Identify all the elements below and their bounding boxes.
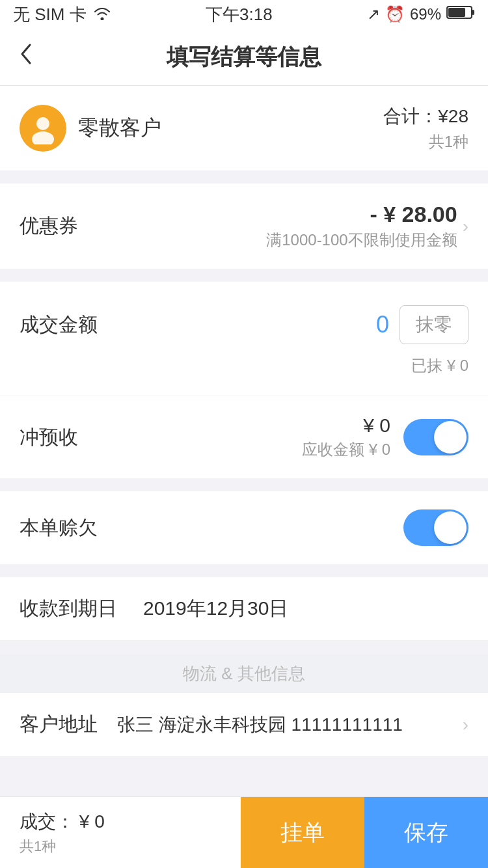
bottom-bar: 成交： ¥ 0 共1种 挂单 保存 <box>0 796 488 868</box>
avatar <box>20 105 66 152</box>
main-content: 零散客户 合计：¥28 共1种 优惠券 - ¥ 28.00 满1000-100不… <box>0 86 488 847</box>
precollect-right: ¥ 0 应收金额 ¥ 0 <box>302 414 468 460</box>
svg-rect-2 <box>448 8 465 17</box>
location-icon: ↗ <box>367 5 380 23</box>
battery-icon <box>446 5 475 23</box>
precollect-sub: 应收金额 ¥ 0 <box>302 439 390 460</box>
status-bar: 无 SIM 卡 下午3:18 ↗ ⏰ 69% <box>0 0 488 29</box>
total-count: 共1种 <box>383 131 468 152</box>
precollect-row: 冲预收 ¥ 0 应收金额 ¥ 0 <box>0 396 488 478</box>
bottom-info: 成交： ¥ 0 共1种 <box>0 809 241 856</box>
save-button[interactable]: 保存 <box>364 797 488 869</box>
customer-name: 零散客户 <box>78 114 161 142</box>
duedate-row: 收款到期日 2019年12月30日 <box>0 577 488 641</box>
round-off-button[interactable]: 抹零 <box>400 305 468 344</box>
amount-row: 成交金额 0 抹零 <box>20 295 468 355</box>
pending-button[interactable]: 挂单 <box>241 797 364 869</box>
address-section[interactable]: 客户地址 张三 海淀永丰科技园 11111111111 › <box>0 693 488 756</box>
bottom-deal-amount: 成交： ¥ 0 <box>20 809 221 834</box>
coupon-label: 优惠券 <box>20 213 78 239</box>
total-amount: 合计：¥28 <box>383 104 468 129</box>
svg-point-3 <box>36 117 49 130</box>
precollect-amount: ¥ 0 <box>302 414 390 437</box>
alarm-icon: ⏰ <box>385 5 405 23</box>
wifi-icon <box>93 5 111 25</box>
logistics-text: 物流 & 其他信息 <box>183 662 305 685</box>
customer-row: 零散客户 合计：¥28 共1种 <box>0 86 488 170</box>
deal-amount-value: 0 <box>376 311 389 338</box>
logistics-divider: 物流 & 其他信息 <box>0 654 488 693</box>
status-left: 无 SIM 卡 <box>13 3 111 26</box>
customer-total: 合计：¥28 共1种 <box>383 104 468 152</box>
precollect-values: ¥ 0 应收金额 ¥ 0 <box>302 414 390 460</box>
carrier-text: 无 SIM 卡 <box>13 3 87 26</box>
address-row[interactable]: 客户地址 张三 海淀永丰科技园 11111111111 › <box>0 693 488 756</box>
battery-text: 69% <box>410 5 441 23</box>
coupon-row[interactable]: 优惠券 - ¥ 28.00 满1000-100不限制使用金额 › <box>0 183 488 269</box>
precollect-label: 冲预收 <box>20 424 78 451</box>
round-off-sub: 已抹 ¥ 0 <box>411 357 468 374</box>
back-button[interactable] <box>18 42 34 72</box>
status-right: ↗ ⏰ 69% <box>367 5 475 23</box>
coupon-amount: - ¥ 28.00 <box>266 202 457 227</box>
deal-amount-section: 成交金额 0 抹零 已抹 ¥ 0 冲预收 ¥ 0 应收金额 ¥ 0 <box>0 282 488 478</box>
debt-label: 本单赊欠 <box>20 515 98 541</box>
bottom-deal-value: ¥ 0 <box>79 811 105 832</box>
bottom-deal-label: 成交： <box>20 811 74 832</box>
bottom-count: 共1种 <box>20 837 221 856</box>
svg-point-4 <box>32 131 54 144</box>
address-value: 张三 海淀永丰科技园 11111111111 <box>117 712 457 737</box>
coupon-desc: 满1000-100不限制使用金额 <box>266 230 457 251</box>
address-chevron-icon: › <box>463 714 468 735</box>
amount-right: 0 抹零 <box>376 305 468 344</box>
status-time: 下午3:18 <box>206 3 273 26</box>
debt-section: 本单赊欠 <box>0 491 488 564</box>
coupon-right: - ¥ 28.00 满1000-100不限制使用金额 › <box>266 202 468 251</box>
nav-bar: 填写结算等信息 <box>0 29 488 86</box>
page-title: 填写结算等信息 <box>167 42 321 72</box>
address-label: 客户地址 <box>20 711 98 738</box>
coupon-chevron-icon: › <box>463 216 468 237</box>
deal-amount-label: 成交金额 <box>20 312 98 338</box>
debt-toggle[interactable] <box>403 509 468 546</box>
customer-info: 零散客户 <box>20 105 161 152</box>
duedate-section: 收款到期日 2019年12月30日 <box>0 577 488 641</box>
duedate-label: 收款到期日 <box>20 595 117 622</box>
amount-section: 成交金额 0 抹零 已抹 ¥ 0 <box>0 282 488 396</box>
duedate-value: 2019年12月30日 <box>143 595 288 622</box>
svg-rect-1 <box>472 10 474 15</box>
precollect-toggle[interactable] <box>403 419 468 455</box>
